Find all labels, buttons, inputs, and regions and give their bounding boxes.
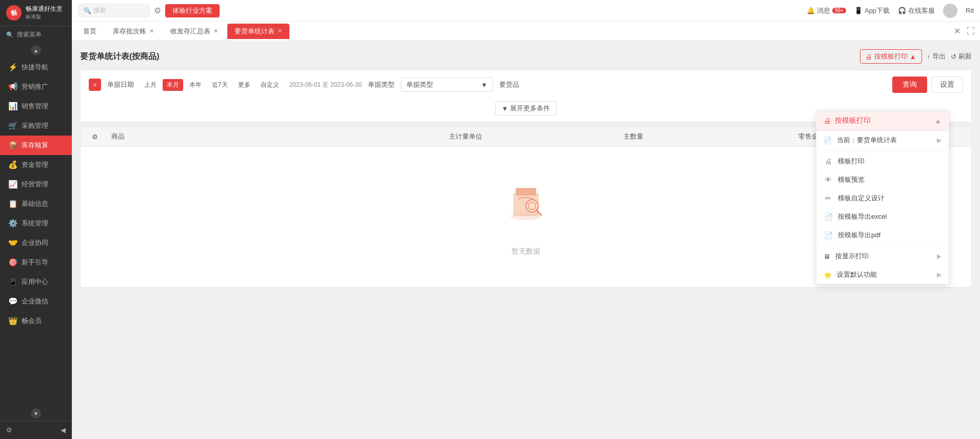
sidebar-search[interactable]: 🔍 搜索菜单 <box>0 26 72 43</box>
dropdown-current-template[interactable]: 📄 当前：要货单统计表 ▶ <box>816 131 949 149</box>
sidebar-item-label: 营销推广 <box>22 82 48 91</box>
sidebar-item-finance[interactable]: 💰 资金管理 <box>0 155 72 175</box>
type-select[interactable]: 单据类型 ▼ <box>401 78 493 92</box>
tabs-maximize-icon[interactable]: ⛶ <box>966 26 976 37</box>
topbar-search-text: 搜索 <box>93 6 106 15</box>
date-btn-this-month[interactable]: 本月 <box>163 79 183 91</box>
set-default-chevron: ▶ <box>937 271 942 278</box>
tab-order-stats-close[interactable]: ✕ <box>278 28 282 34</box>
topbar-left: 🔍 搜索 ⚙ 体验行业方案 <box>78 4 220 17</box>
headset-icon: 🎧 <box>898 7 906 14</box>
sidebar-item-basic[interactable]: 📋 基础信息 <box>0 194 72 214</box>
sidebar-item-sales[interactable]: 📊 销售管理 <box>0 97 72 116</box>
sidebar-item-operation[interactable]: 📈 经营管理 <box>0 175 72 194</box>
tab-inventory-batch-label: 库存批次账 <box>113 27 146 36</box>
online-service-btn[interactable]: 🎧 在线客服 <box>898 6 935 15</box>
message-bell-icon: 🔔 <box>807 7 815 14</box>
expand-more-btn[interactable]: ▼ 展开更多条件 <box>495 101 557 116</box>
tab-home[interactable]: 首页 <box>76 24 104 39</box>
current-template-left: 📄 当前：要货单统计表 <box>824 136 897 145</box>
tab-receivable-summary-label: 收发存汇总表 <box>170 27 210 36</box>
refresh-label: 刷新 <box>958 52 972 61</box>
date-buttons: 上月 本月 本年 近7天 更多 自定义 <box>140 79 283 91</box>
trial-button[interactable]: 体验行业方案 <box>165 4 220 17</box>
tab-order-stats[interactable]: 要货单统计表 ✕ <box>227 24 289 39</box>
sales-icon: 📊 <box>8 102 17 111</box>
template-design-item-label: 模板自定义设计 <box>838 194 885 203</box>
sidebar-item-collab[interactable]: 🤝 企业协同 <box>0 233 72 253</box>
template-print-button[interactable]: 🖨 按模板打印 ▲ <box>860 49 922 64</box>
date-btn-last-7[interactable]: 近7天 <box>208 79 232 91</box>
scroll-up-btn[interactable]: ▲ <box>31 45 41 55</box>
date-btn-this-year[interactable]: 本年 <box>185 79 206 91</box>
logo-text: 畅康通好生意 <box>26 5 63 13</box>
sidebar-nav: ⚡ 快捷导航 📢 营销推广 📊 销售管理 🛒 采购管理 📦 库存核算 💰 资金管… <box>0 58 72 406</box>
topbar-search-box[interactable]: 🔍 搜索 <box>78 4 150 17</box>
dropdown-close-btn[interactable]: ▲ <box>934 117 942 125</box>
app-center-icon: 📱 <box>8 277 17 287</box>
app-download-btn[interactable]: 📱 App下载 <box>854 6 890 15</box>
sidebar-logo: 畅 畅康通好生意 标准版 <box>0 0 72 26</box>
tabs-close-all-icon[interactable]: ✕ <box>953 25 962 37</box>
col-qty: 主数量 <box>617 127 792 146</box>
settings-gear-icon[interactable]: ⚙ <box>154 6 161 15</box>
date-btn-custom[interactable]: 自定义 <box>257 79 283 91</box>
sidebar-item-guide[interactable]: 🎯 新手引导 <box>0 253 72 272</box>
footer-collapse-icon[interactable]: ◀ <box>61 426 66 434</box>
sidebar-item-inventory[interactable]: 📦 库存核算 <box>0 136 72 155</box>
sidebar-item-purchase[interactable]: 🛒 采购管理 <box>0 116 72 136</box>
settings-button[interactable]: 设置 <box>931 77 963 93</box>
set-default-left: ⭐ 设置默认功能 <box>824 270 877 279</box>
type-select-value: 单据类型 <box>406 80 433 89</box>
dropdown-template-design[interactable]: ✏ 模板自定义设计 <box>816 189 949 207</box>
dropdown-header-left: 🖨 按模板打印 <box>824 116 871 125</box>
dropdown-template-pdf[interactable]: 📄 按模板导出pdf <box>816 226 949 244</box>
sidebar-item-quick-nav[interactable]: ⚡ 快捷导航 <box>0 58 72 77</box>
search-icon: 🔍 <box>6 31 14 39</box>
sidebar-item-member[interactable]: 👑 畅会员 <box>0 311 72 331</box>
tab-home-label: 首页 <box>83 27 96 36</box>
scroll-down-btn[interactable]: ▼ <box>31 408 41 418</box>
sidebar-item-label: 应用中心 <box>22 277 48 287</box>
dropdown-display-print[interactable]: 🖥 按显示打印 ▶ <box>816 247 949 265</box>
tab-receivable-summary-close[interactable]: ✕ <box>213 28 218 34</box>
query-button[interactable]: 查询 <box>892 77 927 93</box>
template-print-item-label: 模板打印 <box>838 157 865 166</box>
online-service-label: 在线客服 <box>908 6 935 15</box>
date-btn-last-month[interactable]: 上月 <box>140 79 161 91</box>
tab-inventory-batch[interactable]: 库存批次账 ✕ <box>106 24 161 39</box>
tab-receivable-summary[interactable]: 收发存汇总表 ✕ <box>163 24 225 39</box>
page-header: 要货单统计表(按商品) 🖨 按模板打印 ▲ ↑ 导出 ↺ 刷新 <box>80 49 972 64</box>
template-pdf-item-label: 按模板导出pdf <box>838 231 880 240</box>
sidebar-item-corp-wechat[interactable]: 💬 企业微信 <box>0 292 72 311</box>
logo-badge: 标准版 <box>26 13 63 21</box>
dropdown-template-excel[interactable]: 📄 按模板导出excel <box>816 207 949 226</box>
user-avatar[interactable] <box>943 4 957 18</box>
dropdown-set-default[interactable]: ⭐ 设置默认功能 ▶ <box>816 265 949 284</box>
collab-icon: 🤝 <box>8 238 17 247</box>
tab-inventory-batch-close[interactable]: ✕ <box>149 28 154 34</box>
messages-btn[interactable]: 🔔 消息 99+ <box>807 6 846 15</box>
export-label: 导出 <box>932 52 946 61</box>
dropdown-header: 🖨 按模板打印 ▲ <box>816 111 949 131</box>
dropdown-template-preview[interactable]: 👁 模板预览 <box>816 170 949 189</box>
dropdown-title: 按模板打印 <box>835 116 871 125</box>
filter-expand-icon[interactable]: » <box>89 79 101 91</box>
refresh-icon: ↺ <box>951 53 956 61</box>
messages-label: 消息 <box>817 6 830 15</box>
col-gear[interactable]: ⚙ <box>85 128 105 146</box>
corp-wechat-icon: 💬 <box>8 297 17 306</box>
quick-nav-icon: ⚡ <box>8 63 17 72</box>
sidebar-item-system[interactable]: ⚙️ 系统管理 <box>0 214 72 233</box>
sidebar-footer: ⚙ ◀ <box>0 421 72 439</box>
export-button[interactable]: ↑ 导出 <box>927 52 946 61</box>
dropdown-template-print[interactable]: 🖨 模板打印 <box>816 152 949 170</box>
sidebar-item-app-center[interactable]: 📱 应用中心 <box>0 272 72 292</box>
date-btn-more[interactable]: 更多 <box>234 79 254 91</box>
current-template-label: 当前：要货单统计表 <box>837 136 897 145</box>
display-print-left: 🖥 按显示打印 <box>824 252 869 261</box>
refresh-button[interactable]: ↺ 刷新 <box>951 52 972 61</box>
footer-settings-icon[interactable]: ⚙ <box>6 426 12 434</box>
messages-badge: 99+ <box>832 8 846 13</box>
sidebar-item-marketing[interactable]: 📢 营销推广 <box>0 77 72 97</box>
